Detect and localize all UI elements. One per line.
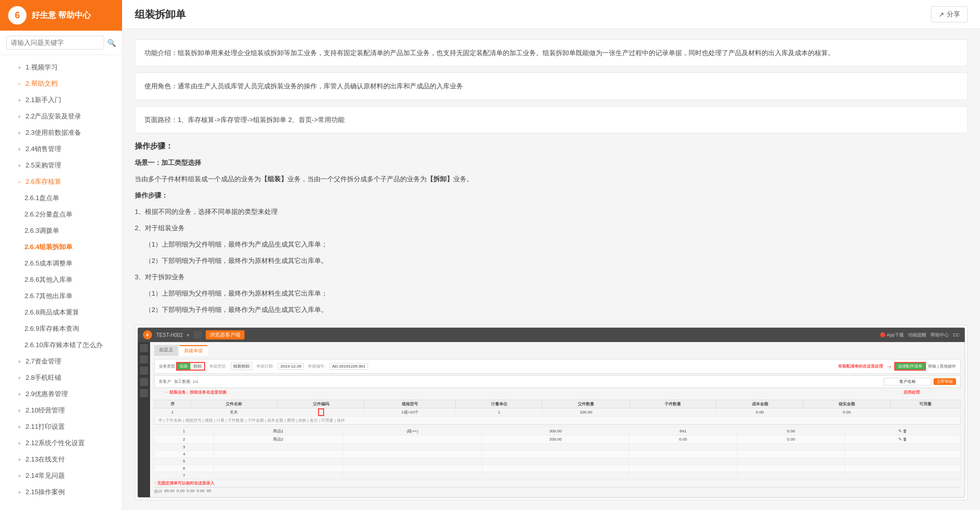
sidebar-item-finance[interactable]: ＋ 2.7资金管理 xyxy=(0,353,122,370)
plus-icon: ＋ xyxy=(16,96,22,105)
plus-icon: ＋ xyxy=(16,406,22,415)
sim-anno3: 启用处理 xyxy=(903,390,920,395)
sim-tab-custom: 自定义 xyxy=(154,345,178,356)
sim-child-op1: ✎ 🗑 xyxy=(845,427,961,435)
sim-total-v1: 89.00 xyxy=(164,489,175,494)
sidebar-item-mobile[interactable]: ＋ 2.8手机旺铺 xyxy=(0,370,122,386)
sidebar-item-costrecalc[interactable]: 2.6.8商品成本重算 xyxy=(0,304,122,321)
sidebar-item-otherout[interactable]: 2.6.7其他出库单 xyxy=(0,288,122,304)
sidebar: 6 好生意 帮助中心 🔍 ＋ 1.视频学习 － 2.帮助文档 ＋ 2.1新手入门… xyxy=(0,0,122,510)
sim-num-label: 单据编号: xyxy=(308,363,325,369)
sidebar-item-stocktake[interactable]: 2.6.1盘点单 xyxy=(0,190,122,206)
sim-child-table: 1 商品1 (箱×+) 300.00 641 0.00 ✎ 🗑 2 xyxy=(154,427,961,479)
sim-col-spec: 规格型号 xyxy=(364,400,456,408)
path-block: 页面路径：1、库存核算->库存管理->组装拆卸单 2、首页->常用功能 xyxy=(135,106,968,133)
sim-date-val: 2019-12-26 xyxy=(278,363,304,370)
sidebar-item-accounterr[interactable]: 2.6.10库存账本错了怎么办 xyxy=(0,337,122,353)
sidebar-item-install[interactable]: ＋ 2.2产品安装及登录 xyxy=(0,108,122,125)
sim-child-unit2: 0.00 xyxy=(629,435,738,444)
sidebar-item-assembly[interactable]: 2.6.4组装拆卸单 xyxy=(0,239,122,255)
sidebar-item-dataprep[interactable]: ＋ 2.3使用前数据准备 xyxy=(0,125,122,141)
sidebar-item-adjust[interactable]: 2.6.3调拨单 xyxy=(0,223,122,239)
sidebar-item-sysconfig[interactable]: ＋ 2.12系统个性化设置 xyxy=(0,435,122,451)
minus-icon: － xyxy=(16,80,22,88)
sidebar-item-faq[interactable]: ＋ 2.14常见问题 xyxy=(0,468,122,484)
sim-app-download: 🔴 App下载 xyxy=(880,332,904,338)
sidebar-item-biz[interactable]: ＋ 2.10经营管理 xyxy=(0,402,122,419)
sim-separator: ▾ xyxy=(187,332,189,338)
sim-form-fields: 业务类型 组装 拆卸 单据类型: 组装拆卸 单据日期: 2019-12-26 xyxy=(159,362,956,371)
search-icon[interactable]: 🔍 xyxy=(107,39,116,47)
sim-col-verified: 核实金额 xyxy=(803,400,890,408)
sidebar-item-purchase[interactable]: ＋ 2.5采购管理 xyxy=(0,157,122,174)
sidebar-item-docs[interactable]: － 2.帮助文档 xyxy=(0,76,122,92)
sim-child-row-4: 4 xyxy=(155,451,961,458)
minus-icon: － xyxy=(16,178,22,186)
sim-type-disassemble: 拆卸 xyxy=(191,363,204,370)
sidebar-item-video[interactable]: ＋ 1.视频学习 xyxy=(0,59,122,76)
screenshot-container: 6 TEST-H002 ▾ 浏览器客户端 🔴 App下载 功能提醒 帮助中心 C… xyxy=(135,325,968,500)
sidebar-item-otherinput[interactable]: 2.6.6其他入库单 xyxy=(0,272,122,288)
sim-bottom-row: 合计 89.00 0.00 0.00 0.00 95 xyxy=(154,487,961,494)
sim-child-unit1: 641 xyxy=(629,427,738,435)
sim-topbar-right: 🔴 App下载 功能提醒 帮助中心 CC xyxy=(880,332,960,338)
topbar: 组装拆卸单 ↗ 分享 xyxy=(122,0,980,29)
sim-total-v4: 0.00 xyxy=(197,489,205,494)
sim-content: 自定义 新建单据 业务类型 组装 拆卸 xyxy=(150,342,965,497)
sim-cell-parent-code xyxy=(277,408,364,417)
sim-total-label: 合计 xyxy=(154,489,162,494)
sidebar-item-costadj[interactable]: 2.6.5成本调整单 xyxy=(0,255,122,272)
sim-icon-2 xyxy=(140,355,148,363)
plus-icon: ＋ xyxy=(16,357,22,366)
sidebar-item-stockcheck[interactable]: 2.6.9库存账本查询 xyxy=(0,321,122,337)
sim-tab-new: 新建单据 xyxy=(179,345,208,356)
path-text: 页面路径：1、库存核算->库存管理->组装拆卸单 2、首页->常用功能 xyxy=(144,116,345,124)
sim-anno1: 有装配清单的在这里处理 xyxy=(838,363,883,369)
plus-icon: ＋ xyxy=(16,129,22,137)
plus-icon: ＋ xyxy=(16,112,22,121)
sim-col-available: 可用量 xyxy=(890,400,960,408)
sim-customer-row: 有客户 加工数量: 1/1 客户名称 立即审核 xyxy=(154,375,961,388)
plus-icon: ＋ xyxy=(16,439,22,448)
search-input[interactable] xyxy=(6,36,104,50)
sim-child-row-7: 7 xyxy=(155,472,961,479)
sim-cell-parent-name: 关木 xyxy=(190,408,277,417)
sim-logo: 6 xyxy=(143,330,152,339)
ops-steps-label: 操作步骤： xyxy=(135,189,968,202)
plus-icon: ＋ xyxy=(16,423,22,431)
sim-child-spec2 xyxy=(343,435,482,444)
sidebar-item-print[interactable]: ＋ 2.11打印设置 xyxy=(0,419,122,435)
plus-icon: ＋ xyxy=(16,472,22,480)
sidebar-item-sales[interactable]: ＋ 2.4销售管理 xyxy=(0,141,122,157)
function-intro-text: 功能介绍：组装拆卸单用来处理企业组装或拆卸等加工业务，支持有固定装配清单的产品加… xyxy=(144,49,835,57)
sim-action-btns: 审核 | 其他操作 xyxy=(928,363,956,369)
sim-body: 自定义 新建单据 业务类型 组装 拆卸 xyxy=(138,342,965,497)
sim-customer-label: 有客户 xyxy=(159,379,171,384)
sim-child-op2: ✎ 🗑 xyxy=(845,435,961,444)
sim-col-parent-code: 父件编码 xyxy=(277,400,364,408)
sim-total-v5: 95 xyxy=(207,489,211,494)
step2-1: （1）上部明细为父件明细，最终作为产成品生成其它入库单； xyxy=(135,238,968,251)
sidebar-item-coupon[interactable]: ＋ 2.9优惠券管理 xyxy=(0,386,122,402)
share-icon: ↗ xyxy=(939,11,944,18)
sidebar-item-cases[interactable]: ＋ 2.15操作案例 xyxy=(0,484,122,500)
sidebar-item-splitstock[interactable]: 2.6.2分量盘点单 xyxy=(0,206,122,223)
sim-sub-table-note: 序 | 子件名称 | 规格型号 | 规格 | 计量 | 子件数量 | 子件金额 … xyxy=(154,417,961,425)
sim-anno2: ← 组装业务、拆卸业务在这里切换 xyxy=(164,390,227,395)
share-button[interactable]: ↗ 分享 xyxy=(931,6,968,22)
plus-icon: ＋ xyxy=(16,63,22,72)
sim-customer-right: 客户名称 立即审核 xyxy=(884,378,956,385)
sidebar-item-inventory[interactable]: － 2.6库存核算 xyxy=(0,174,122,190)
sim-num-val: AD-20191226-001 xyxy=(330,363,368,370)
sim-child-name2: 商品2 xyxy=(213,435,343,444)
sidebar-item-onlinepay[interactable]: ＋ 2.13在线支付 xyxy=(0,451,122,468)
sidebar-item-newcomer[interactable]: ＋ 2.1新手入门 xyxy=(0,92,122,108)
sim-cell-avail xyxy=(890,408,960,417)
main-content: 组装拆卸单 ↗ 分享 功能介绍：组装拆卸单用来处理企业组装或拆卸等加工业务，支持… xyxy=(122,0,980,510)
sim-icon-5 xyxy=(140,389,148,397)
scene1-title: 场景一：加工类型选择 xyxy=(135,156,968,169)
sim-form-row1: 业务类型 组装 拆卸 单据类型: 组装拆卸 单据日期: 2019-12-26 xyxy=(154,359,961,374)
step1: 1、根据不同的业务，选择不同单据的类型来处理 xyxy=(135,205,968,218)
sim-type-label: 业务类型 xyxy=(159,363,175,369)
sim-anno4: ↑ 无固定清单可以临时在这里录入 xyxy=(154,481,214,485)
